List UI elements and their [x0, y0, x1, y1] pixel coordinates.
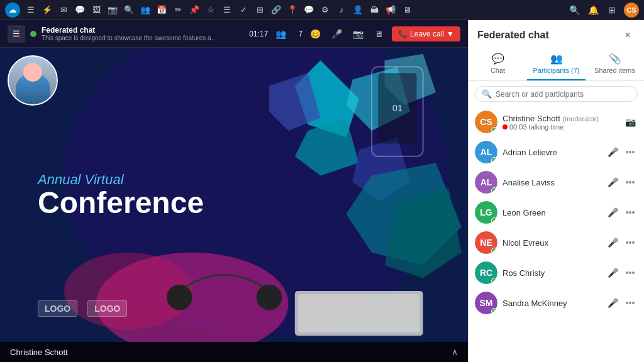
nav-icon-camera[interactable]: 📷	[106, 3, 119, 17]
user-avatar[interactable]: CS	[624, 3, 639, 18]
nav-icon-calendar[interactable]: 📅	[155, 3, 169, 17]
speaker-bar: Christine Schott ∧	[0, 342, 468, 362]
nav-icon-photos[interactable]: 🖼	[89, 3, 103, 17]
more-options-icon[interactable]: •••	[623, 265, 638, 280]
more-options-icon[interactable]: •••	[623, 175, 638, 190]
nav-icon-announce[interactable]: 📢	[384, 3, 397, 17]
participant-actions: 🎤 •••	[605, 265, 638, 280]
avatar: AL	[475, 141, 497, 163]
mute-mic-button[interactable]: 🎤	[328, 25, 345, 43]
nav-icon-notes[interactable]: ✏	[171, 3, 185, 17]
notifications-button[interactable]: 🔔	[586, 3, 600, 17]
status-indicator	[491, 217, 497, 224]
participant-name: Christine Schott (moderator)	[502, 114, 618, 123]
avatar: CS	[475, 111, 497, 133]
svg-point-16	[257, 285, 282, 310]
mic-icon[interactable]: 🎤	[605, 175, 620, 190]
participant-info: Nicol Evreux	[502, 238, 600, 248]
participant-info: Christine Schott (moderator) 00:03 talki…	[502, 114, 618, 131]
nav-icon-music[interactable]: ♪	[335, 3, 348, 17]
chat-tab-icon: 💬	[492, 53, 504, 65]
nav-icon-mail[interactable]: ✉	[57, 3, 70, 17]
participant-item[interactable]: NE Nicol Evreux 🎤 •••	[469, 228, 644, 258]
nav-icon-talk[interactable]: 💬	[73, 3, 87, 17]
recording-indicator	[502, 124, 508, 129]
participant-item[interactable]: LG Leon Green 🎤 •••	[469, 197, 644, 228]
participant-info: Adrian Lelievre	[502, 148, 600, 157]
video-camera-icon[interactable]: 📷	[623, 114, 638, 129]
toggle-video-button[interactable]: 📷	[349, 25, 367, 43]
nav-icon-person[interactable]: 👤	[351, 3, 365, 17]
nav-icon-menu[interactable]: ☰	[24, 3, 38, 17]
participant-talking-time: 00:03 talking time	[502, 123, 618, 131]
participant-info: Leon Green	[502, 208, 600, 217]
nav-icon-settings[interactable]: ⚙	[318, 3, 332, 17]
mic-icon[interactable]: 🎤	[605, 205, 620, 220]
nav-icon-search[interactable]: 🔍	[122, 3, 136, 17]
main-content: ☰ Federated chat This space is designed …	[0, 20, 644, 362]
participants-tab-icon: 👥	[550, 53, 563, 65]
shared-tab-icon: 📎	[609, 53, 621, 65]
speaker-chevron-icon[interactable]: ∧	[452, 347, 458, 357]
right-panel: Federated chat × 💬 Chat 👥 Participants (…	[468, 20, 644, 362]
tab-shared-items[interactable]: 📎 Shared items	[586, 48, 644, 80]
chat-tab-label: Chat	[491, 67, 505, 74]
nav-icon-screen[interactable]: 🖥	[400, 3, 414, 17]
call-menu-button[interactable]: ☰	[8, 25, 25, 43]
nav-icon-stars[interactable]: ☆	[204, 3, 218, 17]
room-name: Federated chat	[42, 26, 239, 35]
mic-icon[interactable]: 🎤	[605, 265, 620, 280]
screenshare-button[interactable]: 🖥	[370, 25, 388, 43]
nav-icon-contacts[interactable]: 👥	[138, 3, 152, 17]
tab-chat[interactable]: 💬 Chat	[469, 48, 527, 80]
tab-participants[interactable]: 👥 Participants (7)	[527, 48, 586, 80]
panel-title: Federated chat	[477, 30, 549, 41]
nav-icon-activity[interactable]: ⚡	[40, 3, 54, 17]
nav-icon-grid[interactable]: ⊞	[253, 3, 267, 17]
participant-item[interactable]: RC Ros Christy 🎤 •••	[469, 258, 644, 288]
leave-call-icon: 📞	[398, 30, 408, 38]
more-options-icon[interactable]: •••	[623, 295, 638, 310]
room-description: This space is designed to showcase the a…	[42, 35, 218, 41]
status-indicator	[491, 127, 497, 133]
call-room-info: Federated chat This space is designed to…	[42, 26, 239, 41]
participant-item[interactable]: AL Analise Laviss 🎤 •••	[469, 167, 644, 197]
search-input[interactable]	[496, 90, 631, 99]
search-button[interactable]: 🔍	[567, 3, 581, 17]
logo-2: LOGO	[87, 300, 127, 317]
status-indicator	[491, 248, 497, 254]
leave-call-button[interactable]: 📞 Leave call ▼	[392, 26, 460, 41]
svg-point-15	[167, 285, 192, 310]
nav-icon-check[interactable]: ✓	[236, 3, 250, 17]
participant-item[interactable]: CS Christine Schott (moderator) 00:03 ta…	[469, 107, 644, 137]
status-indicator	[491, 187, 497, 194]
participant-actions: 🎤 •••	[605, 235, 638, 250]
participant-item[interactable]: SM Sandra McKinney 🎤 •••	[469, 288, 644, 318]
panel-close-button[interactable]: ×	[620, 28, 635, 43]
nav-icon-tasks[interactable]: ☰	[220, 3, 234, 17]
more-options-icon[interactable]: •••	[623, 145, 638, 160]
more-options-icon[interactable]: •••	[623, 235, 638, 250]
nextcloud-logo[interactable]: ☁	[5, 3, 20, 18]
participant-name: Sandra McKinney	[502, 299, 600, 308]
shared-tab-label: Shared items	[594, 67, 635, 74]
topbar: ☁ ☰ ⚡ ✉ 💬 🖼 📷 🔍 👥 📅 ✏ 📌 ☆ ☰ ✓ ⊞ 🔗 📍 💬 ⚙ …	[0, 0, 644, 20]
nav-icon-bookmarks[interactable]: 📌	[187, 3, 201, 17]
mic-icon[interactable]: 🎤	[605, 145, 620, 160]
apps-button[interactable]: ⊞	[605, 3, 619, 17]
emoji-button[interactable]: 😊	[306, 25, 324, 43]
more-options-icon[interactable]: •••	[623, 205, 638, 220]
nav-icon-chat2[interactable]: 💬	[302, 3, 316, 17]
participants-list: CS Christine Schott (moderator) 00:03 ta…	[469, 107, 644, 362]
avatar: SM	[475, 292, 497, 314]
nav-icon-cloud[interactable]: 🏔	[367, 3, 381, 17]
nav-icon-location[interactable]: 📍	[286, 3, 299, 17]
call-timer: 01:17	[249, 30, 268, 38]
conference-text: Annual Virtual Conference	[38, 172, 204, 218]
mic-icon[interactable]: 🎤	[605, 295, 620, 310]
participant-item[interactable]: AL Adrian Lelievre 🎤 •••	[469, 137, 644, 167]
mic-icon[interactable]: 🎤	[605, 235, 620, 250]
nav-icon-link[interactable]: 🔗	[269, 3, 283, 17]
call-icons: 01:17 👥 7 😊 🎤 📷 🖥 📞 Leave call ▼	[244, 25, 460, 43]
participant-name: Adrian Lelievre	[502, 148, 600, 157]
